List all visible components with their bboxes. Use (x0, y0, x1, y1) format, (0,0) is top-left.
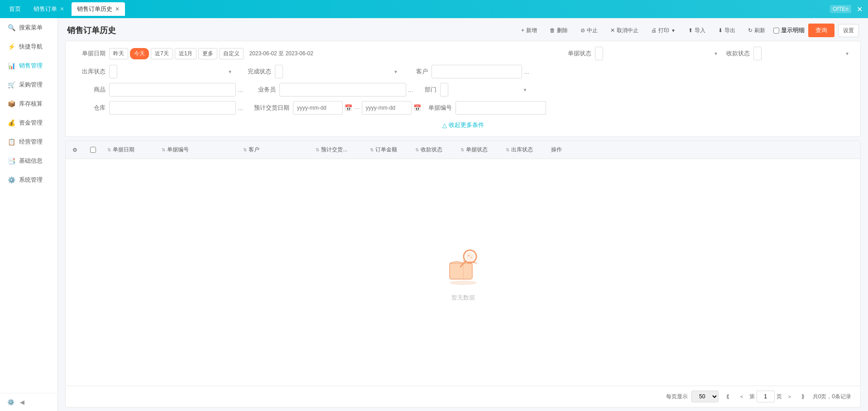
show-detail-checkbox[interactable] (773, 28, 779, 34)
customer-ellipsis[interactable]: ... (522, 68, 531, 75)
table-header: ⚙ ⇅ 单据日期 ⇅ 单据编号 ⇅ 客户 ⇅ (66, 141, 860, 159)
cancel-stop-icon: ✕ (610, 27, 615, 34)
th-checkbox[interactable] (84, 143, 102, 156)
btn-refresh[interactable]: ↻ 刷新 (743, 24, 770, 37)
page-label-page: 页 (777, 393, 782, 401)
sidebar-item-sales[interactable]: 📊 销售管理 (0, 56, 58, 75)
page-size-label: 每页显示 (666, 393, 688, 401)
window-close-btn[interactable]: ✕ (855, 3, 864, 15)
sales-icon: 📊 (7, 62, 15, 70)
delivery-date-start[interactable] (293, 101, 343, 115)
date-btn-yesterday[interactable]: 昨天 (109, 48, 128, 59)
btn-stop[interactable]: ⊘ 中止 (576, 24, 602, 37)
pagination: 每页显示 50 20 100 200 ⟪ ＜ 第 页 ＞ ⟫ 共0页，0条记录 (65, 386, 861, 407)
collapse-filter-btn[interactable]: △ 收起更多条件 (73, 119, 853, 131)
filter-label-date: 单据日期 (73, 49, 109, 58)
sidebar-settings-icon[interactable]: ⚙️ (7, 399, 14, 406)
btn-settings-label: 设置 (843, 27, 854, 34)
page-last-btn[interactable]: ⟫ (797, 391, 809, 402)
th-doc-status[interactable]: ⇅ 单据状态 (455, 142, 500, 157)
btn-print[interactable]: 🖨 打印 ▼ (647, 24, 680, 37)
th-no[interactable]: ⇅ 单据编号 (156, 142, 238, 157)
sidebar-item-basic[interactable]: 📑 基础信息 (0, 151, 58, 170)
select-all-checkbox[interactable] (90, 147, 96, 153)
dept-select-wrapper: ▼ (440, 83, 531, 97)
salesperson-ellipsis[interactable]: ... (406, 86, 415, 93)
dept-select[interactable] (440, 83, 448, 97)
date-btn-more[interactable]: 更多 (198, 48, 217, 59)
warehouse-status-select-wrapper: ▼ (109, 65, 236, 78)
th-op-label: 操作 (551, 146, 562, 154)
page-number-input[interactable] (757, 391, 775, 402)
date-buttons: 昨天 今天 近7天 近1月 更多 自定义 (109, 48, 244, 59)
th-delivery[interactable]: ⇅ 预计交货... (310, 142, 364, 157)
calendar-end-icon[interactable]: 📅 (413, 104, 421, 111)
warehouse-status-select[interactable] (109, 65, 117, 78)
date-btn-custom[interactable]: 自定义 (219, 48, 244, 59)
warehouse-ellipsis[interactable]: ... (236, 104, 245, 111)
delivery-date-end[interactable] (362, 101, 412, 115)
btn-delete[interactable]: 🗑 删除 (545, 24, 572, 37)
often-label: OfTEn (830, 5, 851, 13)
tab-sales-order-close[interactable]: ✕ (60, 6, 64, 12)
tab-home[interactable]: 首页 (4, 2, 26, 16)
page-title: 销售订单历史 (67, 25, 116, 36)
sidebar-item-finance[interactable]: 💰 资金管理 (0, 113, 58, 132)
btn-import[interactable]: ⬆ 导入 (684, 24, 710, 37)
collapse-arrow-icon: △ (442, 122, 447, 129)
th-amount[interactable]: ⇅ 订单金额 (364, 142, 410, 157)
date-btn-7days[interactable]: 近7天 (151, 48, 173, 59)
sidebar-item-quicknav[interactable]: ⚡ 快捷导航 (0, 37, 58, 56)
btn-refresh-label: 刷新 (754, 27, 765, 34)
tab-sales-order[interactable]: 销售订单 ✕ (28, 2, 70, 16)
page-size-select[interactable]: 50 20 100 200 (691, 391, 719, 402)
th-customer[interactable]: ⇅ 客户 (238, 142, 310, 157)
sidebar-system-label: 系统管理 (19, 176, 43, 184)
date-btn-today[interactable]: 今天 (130, 48, 149, 59)
show-detail-checkbox-label[interactable]: 显示明细 (773, 26, 805, 34)
page-total-info: 共0页，0条记录 (813, 393, 851, 401)
complete-status-select[interactable] (275, 65, 283, 78)
warehouse-input[interactable] (109, 101, 236, 115)
doc-no-input[interactable] (456, 101, 546, 115)
th-payment[interactable]: ⇅ 收款状态 (410, 142, 455, 157)
payment-status-select[interactable] (753, 47, 762, 60)
sidebar-item-system[interactable]: ⚙️ 系统管理 (0, 170, 58, 189)
calendar-start-icon[interactable]: 📅 (345, 104, 352, 111)
sidebar-item-purchase[interactable]: 🛒 采购管理 (0, 75, 58, 94)
th-warehouse-status[interactable]: ⇅ 出库状态 (500, 142, 546, 157)
btn-add[interactable]: + 新增 (517, 24, 542, 37)
page-next-btn[interactable]: ＞ (784, 391, 796, 402)
sidebar-item-inventory[interactable]: 📦 库存核算 (0, 94, 58, 113)
filter-group-date: 昨天 今天 近7天 近1月 更多 自定义 2023-06-02 至 2023-0… (109, 48, 563, 59)
btn-cancel-stop[interactable]: ✕ 取消中止 (606, 24, 643, 37)
btn-settings[interactable]: 设置 (838, 24, 859, 37)
sidebar-item-search[interactable]: 🔍 搜索菜单 (0, 18, 58, 37)
page-prev-btn[interactable]: ＜ (736, 391, 748, 402)
customer-input[interactable] (432, 65, 522, 78)
sidebar-item-operations[interactable]: 📋 经营管理 (0, 132, 58, 151)
basic-icon: 📑 (7, 157, 15, 165)
order-status-select-wrapper: ▼ (595, 47, 722, 60)
tab-sales-order-history-close[interactable]: ✕ (115, 6, 120, 12)
collapse-filter-label: 收起更多条件 (449, 121, 484, 129)
page-nav: ⟪ ＜ 第 页 ＞ ⟫ (722, 391, 809, 402)
date-btn-1month[interactable]: 近1月 (175, 48, 197, 59)
tab-sales-order-history[interactable]: 销售订单历史 ✕ (72, 2, 125, 16)
page-first-btn[interactable]: ⟪ (722, 391, 734, 402)
date-range-text: 2023-06-02 至 2023-06-02 (249, 50, 313, 58)
th-date[interactable]: ⇅ 单据日期 (102, 142, 156, 157)
payment-status-select-wrapper: ▼ (753, 47, 853, 60)
order-status-select[interactable] (595, 47, 603, 60)
product-ellipsis[interactable]: ... (236, 86, 245, 93)
sidebar-collapse-icon[interactable]: ◀ (20, 399, 24, 406)
product-input[interactable] (109, 83, 236, 97)
th-amount-sort-icon: ⇅ (370, 147, 374, 152)
btn-export[interactable]: ⬇ 导出 (714, 24, 740, 37)
th-settings[interactable]: ⚙ (66, 143, 84, 157)
btn-query[interactable]: 查询 (808, 24, 834, 37)
top-bar: 首页 销售订单 ✕ 销售订单历史 ✕ OfTEn ✕ (0, 0, 868, 18)
filter-label-warehouse: 仓库 (73, 104, 109, 112)
filter-label-payment-status: 收款状态 (722, 49, 753, 58)
salesperson-input[interactable] (279, 83, 406, 97)
